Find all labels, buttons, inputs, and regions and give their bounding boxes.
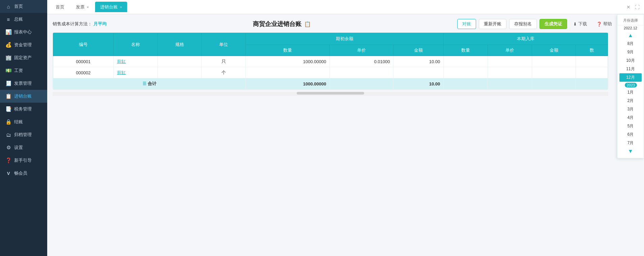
- total-icon: ☰: [143, 81, 146, 86]
- sidebar-item-guide[interactable]: ❓ 新手引导: [0, 154, 47, 167]
- close-period-icon: 🔒: [5, 119, 11, 125]
- month-1[interactable]: 1月: [617, 88, 644, 97]
- month-4[interactable]: 4月: [617, 113, 644, 122]
- ledger-icon: ≡: [5, 17, 11, 22]
- tab-home[interactable]: 首页: [51, 2, 69, 12]
- help-button[interactable]: ❓ 帮助: [593, 19, 615, 29]
- row2-in-qty: [444, 67, 488, 78]
- reopen-button[interactable]: 重新开账: [479, 19, 506, 29]
- cost-method-area: 销售成本计算方法： 月平均: [53, 21, 107, 27]
- sidebar: ⌂ 首页 ≡ 总账 📊 报表中心 💰 资金管理 🏢 固定资产 💵 工资 🧾 发票…: [0, 0, 47, 256]
- sidebar-item-settings[interactable]: ⚙ 设置: [0, 141, 47, 154]
- month-10[interactable]: 10月: [617, 56, 644, 65]
- page-header: 销售成本计算方法： 月平均 商贸企业进销台账 📋 对账 重新开账 存报别名 生成…: [53, 19, 639, 29]
- row2-spec: [157, 67, 202, 78]
- sidebar-item-funds[interactable]: 💰 资金管理: [0, 39, 47, 51]
- sidebar-item-ledger[interactable]: ≡ 总账: [0, 13, 47, 26]
- row1-in-num: [576, 56, 608, 67]
- sidebar-item-invoice-mgmt[interactable]: 🧾 发票管理: [0, 77, 47, 90]
- month-2[interactable]: 2月: [617, 97, 644, 105]
- match-button[interactable]: 对账: [457, 19, 476, 29]
- row2-unit: 个: [202, 67, 246, 78]
- sidebar-item-assets[interactable]: 🏢 固定资产: [0, 51, 47, 64]
- month-12[interactable]: 12月: [619, 73, 642, 82]
- month-9[interactable]: 9月: [617, 48, 644, 56]
- month-scroll-up[interactable]: ▲: [617, 31, 644, 40]
- help-icon: ❓: [596, 22, 602, 27]
- table-row: 000001 前缸 只 1000.00000 0.01000 10.00: [53, 56, 608, 67]
- total-in-num: [576, 78, 608, 89]
- row1-period-qty: 1000.00000: [246, 56, 330, 67]
- help-label: 帮助: [603, 21, 612, 27]
- month-scroll-down[interactable]: ▼: [617, 147, 644, 155]
- sidebar-item-home[interactable]: ⌂ 首页: [0, 0, 47, 13]
- row2-in-price: [488, 67, 532, 78]
- total-in-amount: [532, 78, 576, 89]
- month-11[interactable]: 11月: [617, 65, 644, 73]
- month-7[interactable]: 7月: [617, 139, 644, 147]
- download-icon: ⬇: [573, 22, 577, 27]
- sidebar-item-member[interactable]: V 畅会员: [0, 167, 47, 180]
- row2-code: 000002: [53, 67, 114, 78]
- scrollbar-thumb[interactable]: [297, 92, 364, 95]
- row1-name-link[interactable]: 前缸: [117, 59, 126, 64]
- total-period-amount: 10.00: [393, 78, 444, 89]
- total-label-cell: ☰ 合计: [53, 78, 246, 89]
- tab-invoice-close[interactable]: ×: [87, 5, 89, 9]
- total-period-qty: 1000.00000: [246, 78, 330, 89]
- sub-in-price: 单价: [488, 45, 532, 56]
- sidebar-item-archive[interactable]: 🗂 归档管理: [0, 128, 47, 141]
- tab-invoice[interactable]: 发票 ×: [71, 2, 94, 12]
- sidebar-item-label: 税务管理: [14, 106, 32, 112]
- content-area: 销售成本计算方法： 月平均 商贸企业进销台账 📋 对账 重新开账 存报别名 生成…: [47, 14, 644, 256]
- row2-name-link[interactable]: 前缸: [117, 70, 126, 75]
- sidebar-item-reports[interactable]: 📊 报表中心: [0, 26, 47, 39]
- window-maximize-button[interactable]: ⛶: [634, 4, 641, 10]
- month-6[interactable]: 6月: [617, 130, 644, 139]
- sidebar-item-inventory[interactable]: 📋 进销台账: [0, 90, 47, 103]
- assets-icon: 🏢: [5, 55, 11, 61]
- save-name-button[interactable]: 存报别名: [509, 19, 537, 29]
- guide-icon: ❓: [5, 157, 11, 163]
- sub-period-qty: 数量: [246, 45, 330, 56]
- sidebar-item-label: 资金管理: [14, 42, 32, 48]
- cost-method-value: 月平均: [93, 21, 107, 26]
- horizontal-scrollbar[interactable]: [53, 92, 608, 96]
- month-8[interactable]: 8月: [617, 40, 644, 48]
- sidebar-item-label: 报表中心: [14, 29, 32, 35]
- next-year-badge: 2023: [617, 82, 644, 88]
- tab-bar: 首页 发票 × 进销台账 × ✕ ⛶: [47, 0, 644, 14]
- page-title-area: 商贸企业进销台账 📋: [253, 20, 311, 28]
- sidebar-item-label: 进销台账: [14, 93, 32, 99]
- sub-period-amount: 金额: [393, 45, 444, 56]
- sub-in-qty: 数量: [444, 45, 488, 56]
- month-3[interactable]: 3月: [617, 105, 644, 113]
- tab-inventory-close[interactable]: ×: [120, 5, 122, 9]
- download-button[interactable]: ⬇ 下载: [570, 19, 590, 29]
- generate-voucher-button[interactable]: 生成凭证: [539, 19, 567, 29]
- total-in-price: [488, 78, 532, 89]
- row1-name: 前缸: [114, 56, 158, 67]
- row2-period-price: [330, 67, 393, 78]
- sidebar-item-label: 结账: [14, 119, 23, 125]
- main-area: 首页 发票 × 进销台账 × ✕ ⛶ 销售成本计算方法： 月平均 商贸企业进销台…: [47, 0, 644, 256]
- sidebar-item-tax[interactable]: 📑 税务管理: [0, 103, 47, 116]
- tab-inventory-label: 进销台账: [100, 4, 118, 10]
- sidebar-item-label: 畅会员: [14, 170, 27, 176]
- month-5[interactable]: 5月: [617, 122, 644, 130]
- col-unit-header: 单位: [202, 33, 246, 56]
- col-period-balance-header: 期初余额: [246, 33, 444, 45]
- row1-in-price: [488, 56, 532, 67]
- window-close-button[interactable]: ✕: [625, 4, 632, 10]
- tab-inventory[interactable]: 进销台账 ×: [95, 2, 127, 12]
- salary-icon: 💵: [5, 68, 11, 74]
- member-icon: V: [5, 171, 11, 176]
- tab-home-label: 首页: [56, 4, 64, 10]
- info-icon[interactable]: 📋: [304, 21, 311, 27]
- row1-period-amount: 10.00: [393, 56, 444, 67]
- sidebar-item-label: 固定资产: [14, 55, 32, 61]
- total-period-price: [330, 78, 393, 89]
- sidebar-item-close[interactable]: 🔒 结账: [0, 116, 47, 128]
- sidebar-item-salary[interactable]: 💵 工资: [0, 64, 47, 77]
- col-spec-header: 规格: [157, 33, 202, 56]
